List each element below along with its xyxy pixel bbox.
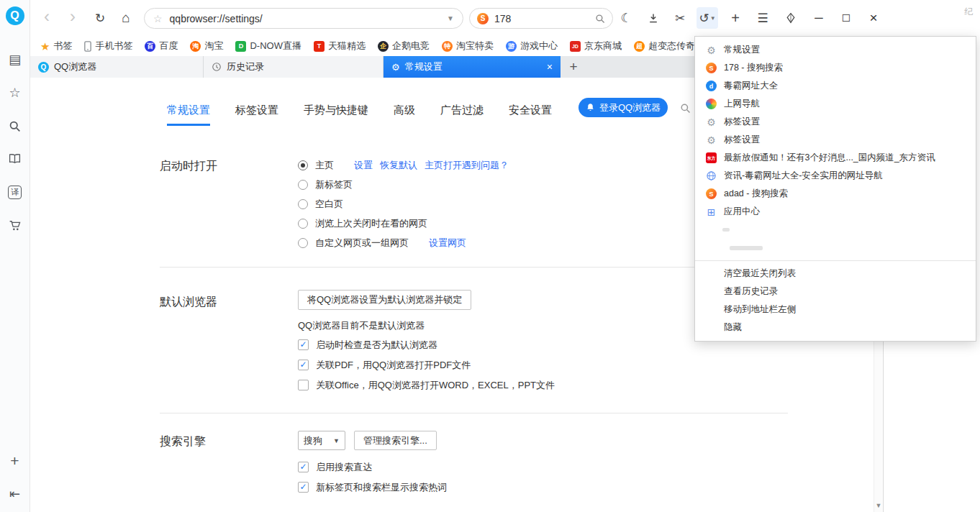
tab-label: 常规设置: [405, 60, 443, 73]
sidebar-collapse-icon[interactable]: ⇤: [0, 477, 30, 511]
bookmark-star-icon[interactable]: ☆: [153, 13, 163, 24]
download-icon[interactable]: [643, 7, 664, 29]
check-associate-pdf[interactable]: 关联PDF，用QQ浏览器打开PDF文件: [298, 359, 555, 371]
menu-item[interactable]: ⚙ 标签设置: [695, 131, 976, 149]
menu-action-hide[interactable]: 隐藏: [695, 319, 976, 337]
bookmarks-menu-button[interactable]: ★ 书签: [40, 40, 72, 52]
bookmark-item[interactable]: 特 淘宝特卖: [442, 40, 494, 52]
radio-icon[interactable]: [298, 219, 308, 229]
set-pages-link[interactable]: 设置网页: [429, 237, 466, 250]
home-help-link[interactable]: 主页打开遇到问题？: [425, 159, 509, 172]
menu-item[interactable]: ⚙ 常规设置: [695, 41, 976, 59]
menu-item[interactable]: S adad - 搜狗搜索: [695, 185, 976, 203]
check-associate-office[interactable]: 关联Office，用QQ浏览器打开WORD，EXCEL，PPT文件: [298, 379, 555, 391]
minimize-button[interactable]: ─: [808, 7, 830, 29]
menu-action-view-history[interactable]: 查看历史记录: [695, 283, 976, 301]
menu-item-unreadable[interactable]: [695, 221, 976, 239]
new-tab-plus-icon[interactable]: +: [725, 7, 746, 29]
screenshot-scissors-icon[interactable]: ✂: [669, 7, 691, 29]
translate-icon[interactable]: 译: [0, 175, 30, 209]
radio-icon[interactable]: [298, 180, 308, 190]
close-button[interactable]: ×: [863, 7, 884, 29]
maximize-button[interactable]: ☐: [835, 7, 857, 29]
settings-search-icon[interactable]: [680, 103, 691, 116]
address-dropdown-chevron-icon[interactable]: ▼: [447, 14, 454, 22]
checkbox-checked-icon[interactable]: [298, 360, 309, 370]
startup-option-blank[interactable]: 空白页: [298, 198, 509, 210]
qq-browser-logo-icon[interactable]: Q: [6, 6, 24, 25]
menu-item[interactable]: S 178 - 搜狗搜索: [695, 59, 976, 77]
home-button[interactable]: ⌂: [115, 7, 137, 29]
menu-item[interactable]: d 毒霸网址大全: [695, 77, 976, 95]
undo-recently-closed-button[interactable]: ↺▼: [697, 7, 718, 29]
checkbox-checked-icon[interactable]: [298, 462, 309, 472]
checkbox-checked-icon[interactable]: [298, 482, 309, 493]
menu-action-clear-list[interactable]: 清空最近关闭列表: [695, 265, 976, 283]
bookmark-item[interactable]: 超 超变态传奇: [634, 40, 695, 52]
startup-option-custom[interactable]: 自定义网页或一组网页 设置网页: [298, 237, 509, 249]
bookmark-item[interactable]: JD 京东商城: [570, 40, 622, 52]
menu-item[interactable]: ⊞ 应用中心: [695, 203, 976, 221]
tab-settings-active[interactable]: ⚙ 常规设置 ×: [384, 56, 561, 78]
search-box[interactable]: S 178: [469, 8, 613, 29]
cart-icon[interactable]: [0, 209, 30, 242]
settings-tab-general[interactable]: 常规设置: [167, 104, 210, 126]
menu-action-move-left[interactable]: 移动到地址栏左侧: [695, 301, 976, 319]
login-qq-button[interactable]: 登录QQ浏览器: [579, 98, 668, 117]
new-tab-button[interactable]: +: [561, 56, 586, 78]
menu-item-unreadable[interactable]: [695, 239, 976, 257]
home-restore-link[interactable]: 恢复默认: [380, 159, 417, 172]
search-icon[interactable]: [0, 109, 30, 142]
sogou-engine-icon[interactable]: S: [477, 13, 489, 24]
bookmark-item[interactable]: 手机书签: [84, 40, 132, 52]
settings-tab-tabs[interactable]: 标签设置: [235, 104, 278, 126]
home-set-link[interactable]: 设置: [354, 159, 373, 172]
tab-history[interactable]: 历史记录: [204, 56, 384, 78]
refresh-button[interactable]: ↻: [89, 7, 111, 29]
night-mode-moon-icon[interactable]: ☾: [615, 7, 637, 29]
radio-icon[interactable]: [298, 199, 308, 209]
check-search-direct[interactable]: 启用搜索直达: [298, 461, 447, 473]
panel-icon[interactable]: ▤: [0, 43, 30, 76]
kite-adfilter-icon[interactable]: [780, 7, 802, 29]
main-menu-icon[interactable]: ☰: [752, 7, 773, 29]
checkbox-unchecked-icon[interactable]: [298, 380, 309, 390]
settings-tab-adfilter[interactable]: 广告过滤: [440, 104, 484, 126]
bookmark-item[interactable]: 企 企鹅电竞: [378, 40, 430, 52]
set-default-browser-button[interactable]: 将QQ浏览器设置为默认浏览器并锁定: [298, 290, 471, 310]
startup-option-newtab[interactable]: 新标签页: [298, 178, 509, 191]
check-hot-words[interactable]: 新标签页和搜索栏显示搜索热词: [298, 481, 447, 493]
back-button[interactable]: ‹: [36, 6, 58, 27]
reading-book-icon[interactable]: [0, 142, 30, 175]
address-bar[interactable]: ☆ qqbrowser://settings/ ▼: [144, 8, 463, 29]
bookmark-item[interactable]: 淘 淘宝: [190, 40, 223, 52]
bookmark-item[interactable]: 游 游戏中心: [506, 40, 558, 52]
menu-item[interactable]: 上网导航: [695, 95, 976, 113]
settings-tab-gestures[interactable]: 手势与快捷键: [304, 104, 368, 126]
settings-tab-security[interactable]: 安全设置: [509, 104, 552, 126]
menu-item[interactable]: ⚙ 标签设置: [695, 113, 976, 131]
menu-item[interactable]: 资讯-毒霸网址大全-安全实用的网址导航: [695, 167, 976, 185]
radio-icon[interactable]: [298, 238, 308, 248]
search-box-text[interactable]: 178: [494, 13, 511, 24]
checkbox-checked-icon[interactable]: [298, 339, 309, 350]
settings-tab-advanced[interactable]: 高级: [394, 104, 415, 126]
bookmark-item[interactable]: 百 百度: [145, 40, 178, 52]
startup-option-lastpages[interactable]: 浏览上次关闭时在看的网页: [298, 217, 509, 229]
search-magnifier-icon[interactable]: [595, 14, 605, 24]
check-default-on-startup[interactable]: 启动时检查是否为默认浏览器: [298, 339, 555, 351]
startup-option-home[interactable]: 主页 设置 恢复默认 主页打开遇到问题？: [298, 159, 509, 171]
forward-button[interactable]: ›: [62, 6, 83, 27]
sidebar-add-icon[interactable]: +: [0, 444, 30, 477]
bookmark-item[interactable]: D D-NOW直播: [235, 40, 301, 52]
scroll-down-arrow-icon[interactable]: ▼: [874, 500, 883, 511]
tab-qq-browser[interactable]: Q QQ浏览器: [30, 56, 204, 78]
manage-engines-button[interactable]: 管理搜索引擎...: [354, 431, 437, 450]
bookmark-item[interactable]: T 天猫精选: [314, 40, 366, 52]
url-text[interactable]: qqbrowser://settings/: [170, 13, 263, 24]
engine-select[interactable]: 搜狗 ▼: [298, 431, 345, 450]
favorites-star-icon[interactable]: ☆: [0, 76, 30, 109]
radio-selected-icon[interactable]: [298, 160, 308, 170]
menu-item[interactable]: 东方 最新放假通知！还有3个好消息..._国内频道_东方资讯: [695, 149, 976, 167]
tab-close-icon[interactable]: ×: [547, 61, 553, 73]
